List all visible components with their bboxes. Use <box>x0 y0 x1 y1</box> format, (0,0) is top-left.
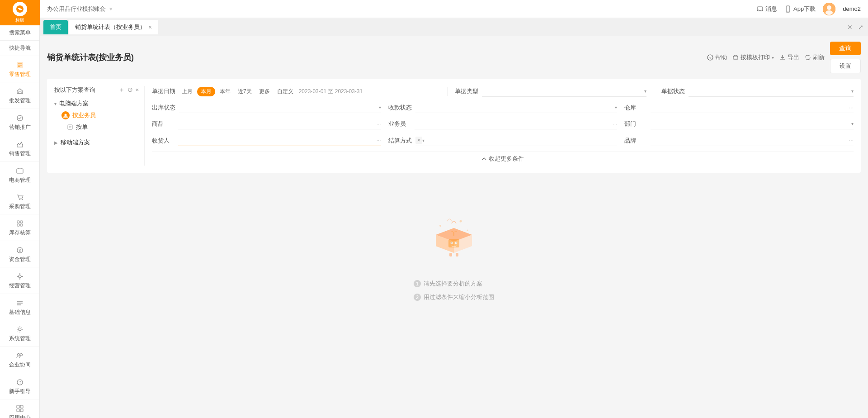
sidebar-item-operations[interactable]: 经营管理 <box>0 267 39 294</box>
brand-field: 品牌 ··· <box>624 135 854 146</box>
settlement-tag-close-icon[interactable]: × <box>417 137 420 143</box>
doc-status-input-field[interactable] <box>689 88 851 95</box>
warehouse-input[interactable]: ··· <box>651 102 854 113</box>
svg-point-1 <box>19 8 21 10</box>
brand-more-icon[interactable]: ··· <box>849 137 854 143</box>
sidebar-item-collab[interactable]: 企业协同 <box>0 347 39 373</box>
user-avatar[interactable] <box>823 3 835 15</box>
collect-status-input[interactable]: ▾ <box>415 102 618 113</box>
filter-layout: 按以下方案查询 ＋ ⊙ « ▾ 电脑端方案 <box>54 86 854 166</box>
doc-type-actions: ▾ <box>644 89 646 94</box>
collapse-scheme-icon[interactable]: « <box>136 86 139 94</box>
marketing-icon <box>15 114 24 123</box>
export-btn[interactable]: 导出 <box>779 53 799 62</box>
salesman-input[interactable]: ··· <box>415 119 618 129</box>
sidebar-item-apps[interactable]: 应用中心 <box>0 399 39 418</box>
goods-more-icon[interactable]: ··· <box>377 121 381 127</box>
svg-point-43 <box>460 220 462 223</box>
pc-scheme-item[interactable]: ▾ 电脑端方案 <box>54 98 139 109</box>
salesman-input-field[interactable] <box>415 120 613 127</box>
quick-nav-label[interactable]: 快捷导航 <box>9 45 31 51</box>
tree-order-item[interactable]: 按单 <box>54 121 139 133</box>
date-tab-this-year[interactable]: 本年 <box>217 87 233 96</box>
sidebar-item-basic[interactable]: 基础信息 <box>0 294 39 320</box>
breadcrumb-dropdown-icon[interactable]: ▾ <box>109 5 113 12</box>
warehouse-more-icon[interactable]: ··· <box>849 104 854 111</box>
maximize-window-btn[interactable]: ⤢ <box>857 24 864 31</box>
close-window-btn[interactable]: ✕ <box>846 24 854 31</box>
tab-sales-stats[interactable]: 销货单统计表（按业务员） × <box>69 20 158 34</box>
svg-rect-20 <box>17 405 19 408</box>
dept-input-field[interactable] <box>651 120 851 127</box>
tab-close-icon[interactable]: × <box>148 24 152 31</box>
doc-status-dropdown-icon[interactable]: ▾ <box>851 89 854 94</box>
tab-home[interactable]: 首页 <box>43 20 68 34</box>
sidebar-item-finance[interactable]: ¥ 资金管理 <box>0 241 39 267</box>
settings-button[interactable]: 设置 <box>830 59 861 73</box>
print-dropdown-icon[interactable]: ▾ <box>772 55 774 60</box>
sidebar-item-ecom[interactable]: 电商管理 <box>0 162 39 188</box>
sidebar-quick-nav[interactable]: 快捷导航 <box>0 41 39 56</box>
date-tab-more[interactable]: 更多 <box>256 87 273 96</box>
collect-status-input-field[interactable] <box>415 104 615 111</box>
date-tab-custom[interactable]: 自定义 <box>274 87 296 96</box>
add-scheme-icon[interactable]: ＋ <box>118 86 125 94</box>
sidebar-item-marketing[interactable]: 营销推广 <box>0 109 39 135</box>
date-tab-last-month[interactable]: 上月 <box>179 87 195 96</box>
date-tab-this-month[interactable]: 本月 <box>197 87 215 96</box>
brand-input[interactable]: ··· <box>651 135 854 146</box>
recipient-more-icon[interactable]: ··· <box>377 137 381 143</box>
user-name[interactable]: demo2 <box>843 5 861 12</box>
recipient-input[interactable]: ··· <box>178 135 381 146</box>
sidebar-logo[interactable]: 标版 <box>0 0 40 25</box>
sidebar-item-wholesale[interactable]: 批发管理 <box>0 82 39 109</box>
svg-point-48 <box>456 242 457 243</box>
date-range-text: 2023-03-01 至 2023-03-31 <box>299 88 363 95</box>
refresh-btn[interactable]: 刷新 <box>805 53 825 62</box>
brand-input-field[interactable] <box>651 137 849 144</box>
sidebar-item-purchase[interactable]: 采购管理 <box>0 188 39 214</box>
sidebar-item-label-operations: 经营管理 <box>9 282 31 289</box>
out-status-dropdown-icon[interactable]: ▾ <box>379 105 381 110</box>
sidebar-item-inventory[interactable]: 库存核算 <box>0 214 39 241</box>
out-status-input[interactable]: ▾ <box>179 102 381 113</box>
doc-type-dropdown-icon[interactable]: ▾ <box>644 89 646 94</box>
tree-salesman-item[interactable]: 按业务员 <box>54 109 139 121</box>
recipient-input-field[interactable] <box>178 137 377 144</box>
sidebar-search[interactable]: 搜索菜单 <box>0 25 39 41</box>
svg-point-4 <box>17 115 23 121</box>
date-tab-7days[interactable]: 近7天 <box>235 87 255 96</box>
dept-dropdown-icon[interactable]: ▾ <box>851 121 854 126</box>
sidebar-item-sales[interactable]: 销售管理 <box>0 135 39 162</box>
edit-scheme-icon[interactable]: ⊙ <box>127 86 133 94</box>
collect-status-dropdown-icon[interactable]: ▾ <box>615 105 617 110</box>
settlement-input[interactable]: × ▾ <box>415 135 618 146</box>
sidebar-item-retail[interactable]: 零售管理 <box>0 56 39 82</box>
salesman-scheme-icon <box>61 111 70 119</box>
recipient-actions: ··· <box>377 137 381 143</box>
doc-type-input[interactable]: ▾ <box>482 86 647 97</box>
mobile-scheme-item[interactable]: ▶ 移动端方案 <box>54 137 139 148</box>
message-action[interactable]: 消息 <box>756 5 777 13</box>
finance-icon: ¥ <box>15 246 24 255</box>
sidebar-item-system[interactable]: 系统管理 <box>0 320 39 347</box>
tab-home-label: 首页 <box>50 23 61 31</box>
print-btn[interactable]: 按模板打印 ▾ <box>732 53 774 62</box>
dept-input[interactable]: ▾ <box>651 119 854 129</box>
goods-input-field[interactable] <box>178 120 377 127</box>
settlement-dropdown-icon[interactable]: ▾ <box>422 138 425 143</box>
app-download-action[interactable]: App下载 <box>784 5 816 13</box>
salesman-more-icon[interactable]: ··· <box>613 121 617 127</box>
warehouse-input-field[interactable] <box>651 104 849 111</box>
sidebar-item-guide[interactable]: ? 新手引导 <box>0 373 39 399</box>
doc-status-input[interactable]: ▾ <box>689 86 854 97</box>
step-1-num: 1 <box>414 280 421 287</box>
goods-input[interactable]: ··· <box>178 119 381 129</box>
help-btn[interactable]: ? 帮助 <box>707 53 727 62</box>
doc-type-input-field[interactable] <box>482 88 645 95</box>
sidebar-item-label-wholesale: 批发管理 <box>9 97 31 104</box>
search-menu-label[interactable]: 搜索菜单 <box>9 29 31 36</box>
collapse-btn[interactable]: 收起更多条件 <box>152 152 854 166</box>
query-button[interactable]: 查询 <box>830 42 861 55</box>
out-status-input-field[interactable] <box>179 104 379 111</box>
